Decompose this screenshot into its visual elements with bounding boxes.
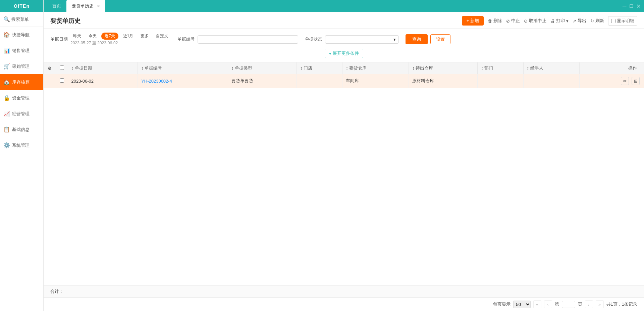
toolbar: + 新增 🗑 删除 ⊘ 中止 ⊙ 取消中止 🖨 打印 ▾: [462, 16, 637, 26]
query-button[interactable]: 查询: [406, 34, 428, 44]
sidebar-item-sales[interactable]: 📊 销售管理: [0, 43, 43, 58]
sidebar-item-basic[interactable]: 📋 基础信息: [0, 122, 43, 137]
order-number-label: 单据编号: [177, 36, 195, 42]
finance-icon: 🔒: [3, 95, 9, 101]
last-page-button[interactable]: »: [596, 300, 604, 308]
window-restore-button[interactable]: □: [630, 3, 633, 9]
order-number-input[interactable]: [198, 35, 298, 44]
purchase-icon: 🛒: [3, 63, 9, 70]
print-icon: 🖨: [550, 18, 555, 24]
sidebar-item-purchase[interactable]: 🛒 采购管理: [0, 58, 43, 74]
expand-more-area: ▾ 展开更多条件: [50, 49, 637, 58]
stop-button[interactable]: ⊘ 中止: [506, 18, 520, 24]
col-dept-header[interactable]: ↕ 部门: [478, 62, 523, 74]
tabbar: 首页 要货单历史 ✕ ─ □ ✕: [44, 0, 644, 12]
row-req-warehouse: 车间库: [342, 74, 409, 88]
status-filter: 单据状态 ▾: [305, 35, 399, 44]
page-header: 要货单历史 + 新增 🗑 删除 ⊘ 中止 ⊙ 取消中止 🖨 打印: [44, 12, 644, 29]
window-close-button[interactable]: ✕: [636, 3, 641, 9]
tab-requisition-label: 要货单历史: [72, 3, 94, 9]
row-edit-button[interactable]: ✏: [621, 77, 629, 85]
col-settings-header[interactable]: ⚙: [44, 62, 56, 74]
pagination: 每页显示 50 100 200 « ‹ 第 1 页 › » 共1页，1条记录: [44, 297, 644, 311]
inventory-icon: 🏠: [3, 79, 9, 85]
window-minimize-button[interactable]: ─: [623, 3, 626, 9]
col-req-warehouse-header[interactable]: ↕ 要货仓库: [342, 62, 409, 74]
col-check-header: [56, 62, 68, 74]
brand-area: OfTEn: [0, 0, 43, 12]
date-btn-more[interactable]: 更多: [138, 33, 151, 40]
expand-more-button[interactable]: ▾ 展开更多条件: [325, 49, 363, 58]
col-type-header[interactable]: ↕ 单据类型: [228, 62, 297, 74]
sidebar-item-finance[interactable]: 🔒 资金管理: [0, 90, 43, 106]
row-pending-warehouse: 原材料仓库: [409, 74, 478, 88]
display-detail-button[interactable]: 显示明细: [608, 16, 637, 26]
date-btn-today[interactable]: 今天: [86, 33, 99, 40]
export-button[interactable]: ↗ 导出: [573, 18, 586, 24]
page-number-input[interactable]: 1: [562, 301, 575, 308]
sidebar-item-label: 销售管理: [12, 48, 30, 54]
row-detail-button[interactable]: ⊞: [632, 77, 640, 85]
expand-icon: ▾: [329, 51, 331, 56]
col-number-header[interactable]: ↕ 单据编号: [138, 62, 228, 74]
add-button[interactable]: + 新增: [462, 16, 484, 26]
next-page-button[interactable]: ›: [585, 300, 593, 308]
page-content: 要货单历史 + 新增 🗑 删除 ⊘ 中止 ⊙ 取消中止 🖨 打印: [44, 12, 644, 311]
cancel-stop-button[interactable]: ⊙ 取消中止: [524, 18, 546, 24]
date-btn-custom[interactable]: 自定义: [153, 33, 171, 40]
tab-requisition[interactable]: 要货单历史 ✕: [66, 0, 105, 12]
sidebar-item-label: 系统管理: [12, 142, 30, 148]
tab-home[interactable]: 首页: [47, 0, 66, 12]
row-number[interactable]: YH-20230602-4: [138, 74, 228, 88]
data-table: ⚙ ↕ 单据日期 ↕ 单据编号: [44, 62, 644, 88]
date-btn-1month[interactable]: 近1月: [120, 33, 136, 40]
col-operation-header: 操作: [579, 62, 644, 74]
sidebar-item-home[interactable]: 🏠 快捷导航: [0, 27, 43, 43]
print-dropdown-icon: ▾: [566, 18, 569, 24]
action-area: 查询 设置: [406, 34, 450, 44]
delete-button[interactable]: 🗑 删除: [488, 18, 502, 24]
col-date-header[interactable]: ↕ 单据日期: [68, 62, 138, 74]
row-check: [56, 74, 68, 88]
filter-dates-row: 昨天 今天 近7天 近1月 更多 自定义: [70, 33, 171, 40]
print-button[interactable]: 🖨 打印 ▾: [550, 18, 569, 24]
sidebar-item-system[interactable]: ⚙️ 系统管理: [0, 137, 43, 153]
search-label: 搜索菜单: [11, 16, 29, 23]
row-checkbox[interactable]: [60, 78, 64, 83]
cancel-stop-icon: ⊙: [524, 18, 528, 24]
sidebar-search[interactable]: 🔍 搜索菜单: [0, 12, 43, 27]
tabbar-actions: ─ □ ✕: [623, 3, 641, 9]
date-btn-7days[interactable]: 近7天: [101, 33, 118, 40]
status-label: 单据状态: [305, 36, 322, 42]
col-store-header[interactable]: ↕ 门店: [297, 62, 342, 74]
row-store: [297, 74, 342, 88]
setting-button[interactable]: 设置: [430, 34, 450, 44]
table-body: 2023-06-02 YH-20230602-4 要货单要货 车间库 原材料仓库…: [44, 74, 644, 88]
refresh-button[interactable]: ↻ 刷新: [590, 18, 604, 24]
operation-icon: 📈: [3, 110, 9, 117]
row-number-link[interactable]: YH-20230602-4: [141, 79, 172, 84]
stop-icon: ⊘: [506, 18, 510, 24]
table-area: ⚙ ↕ 单据日期 ↕ 单据编号: [44, 62, 644, 285]
page-size-select[interactable]: 50 100 200: [513, 301, 531, 308]
sidebar-item-operation[interactable]: 📈 经营管理: [0, 106, 43, 122]
settings-gear-icon[interactable]: ⚙: [48, 66, 52, 71]
prev-page-button[interactable]: ‹: [544, 300, 552, 308]
date-range-text: 2023-05-27 至 2023-06-02: [70, 40, 171, 46]
row-date: 2023-06-02: [68, 74, 138, 88]
status-select[interactable]: ▾: [325, 35, 399, 44]
date-buttons: 昨天 今天 近7天 近1月 更多 自定义 2023-05-27 至 2023-0…: [70, 33, 171, 46]
sidebar-item-label: 快捷导航: [12, 32, 30, 38]
row-settings[interactable]: [44, 74, 56, 88]
sidebar-item-inventory[interactable]: 🏠 库存核算: [0, 74, 43, 90]
delete-icon: 🗑: [488, 18, 492, 24]
display-detail-checkbox[interactable]: [611, 19, 615, 23]
sidebar-item-label: 采购管理: [12, 63, 30, 70]
tab-close-icon[interactable]: ✕: [97, 4, 100, 8]
select-all-checkbox[interactable]: [60, 65, 64, 70]
col-handler-header[interactable]: ↕ 经手人: [523, 62, 579, 74]
date-btn-yesterday[interactable]: 昨天: [70, 33, 84, 40]
basic-icon: 📋: [3, 126, 9, 133]
first-page-button[interactable]: «: [533, 300, 541, 308]
col-pending-warehouse-header[interactable]: ↕ 待出仓库: [409, 62, 478, 74]
